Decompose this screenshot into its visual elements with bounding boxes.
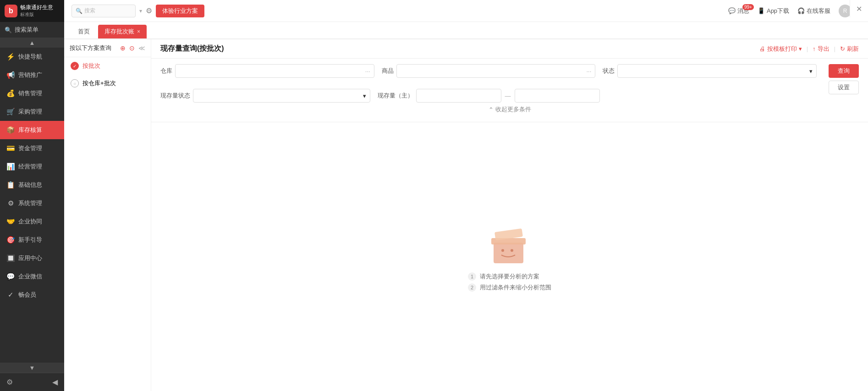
scheme-by-warehouse-batch[interactable]: ○ 按仓库+批次 [64,75,151,92]
step-2-text: 用过滤条件来缩小分析范围 [480,283,551,292]
settings-scheme-icon[interactable]: ⊙ [129,44,135,52]
status-dropdown-icon: ▾ [809,68,813,75]
system-icon: ⚙ [6,199,15,207]
settings-button[interactable]: 设置 [829,81,859,94]
stock-status-select[interactable]: ▾ [193,89,370,103]
sidebar-item-label: 基础信息 [18,181,42,189]
sidebar-item-collab[interactable]: 🤝 企业协同 [0,212,64,231]
panel-close-button[interactable]: ✕ [850,0,868,17]
sidebar-item-quick-nav[interactable]: ⚡ 快捷导航 [0,48,64,66]
sidebar-scroll-down[interactable]: ▼ [0,363,64,373]
sidebar-item-newbie[interactable]: 🎯 新手引导 [0,231,64,249]
sales-icon: 💰 [6,89,15,98]
sidebar-collapse-icon[interactable]: ◀ [52,378,58,386]
sidebar-footer: ⚙ ◀ [0,373,64,391]
messages-action[interactable]: 💬 消息 99+ [728,7,749,15]
sidebar-item-business[interactable]: 📊 经营管理 [0,157,64,176]
tab-close-icon[interactable]: × [137,28,140,35]
sidebar-item-label: 快捷导航 [18,53,42,61]
stock-amount-filter: 现存量（主） — [378,89,600,103]
online-service-action[interactable]: 🎧 在线客服 [797,7,830,15]
app-download-icon: 📱 [758,7,765,14]
sidebar-item-finance[interactable]: 💳 资金管理 [0,139,64,157]
empty-steps: 1 请先选择要分析的方案 2 用过滤条件来缩小分析范围 [468,272,551,292]
product-input[interactable]: ··· [396,64,596,78]
sidebar-item-inventory[interactable]: 📦 库存核算 [0,121,64,139]
left-panel-title: 按以下方案查询 [70,44,111,52]
sidebar-item-label: 畅会员 [18,291,36,299]
sidebar-item-label: 资金管理 [18,144,42,152]
action-separator2: | [834,45,835,52]
tab-bar: 首页 库存批次账 × ✕ [64,22,868,39]
sidebar-scroll-up[interactable]: ▲ [0,38,64,48]
sidebar-settings-icon[interactable]: ⚙ [6,378,13,386]
collapse-panel-icon[interactable]: ≪ [138,44,145,52]
sidebar-item-appstore[interactable]: 🔲 应用中心 [0,249,64,267]
query-settings-col: 查询 设置 [829,64,859,94]
refresh-button[interactable]: ↻ 刷新 [840,45,859,53]
inventory-icon: 📦 [6,126,15,134]
sidebar-item-system[interactable]: ⚙ 系统管理 [0,194,64,212]
status-select[interactable]: ▾ [617,64,817,78]
export-label: 导出 [818,45,830,53]
product-filter: 商品 ··· [382,64,596,78]
export-icon: ↑ [813,45,816,52]
stock-status-label: 现存量状态 [160,92,190,100]
topbar-right: 💬 消息 99+ 📱 App下载 🎧 在线客服 R Rit [728,5,861,17]
refresh-label: 刷新 [847,45,859,53]
svg-point-4 [511,249,513,252]
newbie-icon: 🎯 [6,236,15,244]
sidebar-item-label: 新手引导 [18,236,42,244]
topbar-search-box[interactable]: 🔍 搜索 [71,5,136,17]
topbar-dropdown-icon[interactable]: ▾ [139,8,142,14]
tab-inventory-batch[interactable]: 库存批次账 × [98,25,147,38]
step-num-2: 2 [468,283,476,292]
business-icon: 📊 [6,163,15,171]
sidebar-edition: 标准版 [20,11,53,18]
content-wrapper: 按以下方案查询 ⊕ ⊙ ≪ ✓ 按批次 ○ 按仓库+批次 现存量查询(按批次) [64,39,868,391]
print-button[interactable]: 🖨 按模板打印 ▾ [759,45,802,53]
sidebar: b 畅康通好生意 标准版 🔍 搜索菜单 ▲ ⚡ 快捷导航 📢 营销推广 💰 销售… [0,0,64,391]
stock-amount-label: 现存量（主） [378,92,413,100]
page-title-bar: 现存量查询(按批次) 🖨 按模板打印 ▾ | ↑ 导出 | ↻ [151,39,868,59]
stock-amount-from[interactable] [416,89,501,103]
collab-icon: 🤝 [6,217,15,226]
scheme-active-dot: ✓ [71,62,79,70]
app-download-label: App下载 [767,7,789,15]
wechat-icon: 💬 [6,272,15,281]
svg-point-3 [501,249,504,252]
collapse-more-conditions[interactable]: ⌃ 收起更多条件 [160,103,859,116]
warehouse-input[interactable]: ··· [175,64,374,78]
sidebar-item-label: 采购管理 [18,108,42,116]
empty-state: 1 请先选择要分析的方案 2 用过滤条件来缩小分析范围 [151,122,868,391]
sidebar-item-label: 库存核算 [18,126,42,134]
app-download-action[interactable]: 📱 App下载 [758,7,789,15]
export-button[interactable]: ↑ 导出 [813,45,830,53]
page-title: 现存量查询(按批次) [160,44,224,54]
main-area: 🔍 搜索 ▾ ⚙ 体验行业方案 💬 消息 99+ 📱 App下载 🎧 在线客服 [64,0,868,391]
left-panel: 按以下方案查询 ⊕ ⊙ ≪ ✓ 按批次 ○ 按仓库+批次 [64,39,151,391]
topbar-gear-icon[interactable]: ⚙ [146,6,152,15]
chevron-up-icon: ⌃ [489,106,494,113]
sidebar-item-marketing[interactable]: 📢 营销推广 [0,66,64,84]
sidebar-item-sales[interactable]: 💰 销售管理 [0,84,64,103]
tab-home[interactable]: 首页 [71,25,96,38]
sidebar-brand-name: 畅康通好生意 [20,4,53,11]
sidebar-header: b 畅康通好生意 标准版 [0,0,64,22]
scheme-by-batch[interactable]: ✓ 按批次 [64,57,151,75]
sidebar-item-purchase[interactable]: 🛒 采购管理 [0,103,64,121]
sidebar-item-wechat[interactable]: 💬 企业微信 [0,267,64,286]
query-button[interactable]: 查询 [829,64,859,78]
sidebar-item-label: 营销推广 [18,71,42,79]
stock-amount-to[interactable] [515,89,600,103]
add-scheme-icon[interactable]: ⊕ [120,44,126,52]
stock-status-filter: 现存量状态 ▾ [160,89,370,103]
sidebar-item-label: 企业协同 [18,217,42,226]
sidebar-item-basic[interactable]: 📋 基础信息 [0,176,64,194]
experience-button[interactable]: 体验行业方案 [156,5,204,17]
status-label: 状态 [603,67,615,75]
sidebar-search[interactable]: 🔍 搜索菜单 [0,22,64,38]
stock-amount-dash: — [503,92,513,99]
sidebar-item-vip[interactable]: ✓ 畅会员 [0,286,64,304]
sidebar-item-label: 销售管理 [18,89,42,98]
